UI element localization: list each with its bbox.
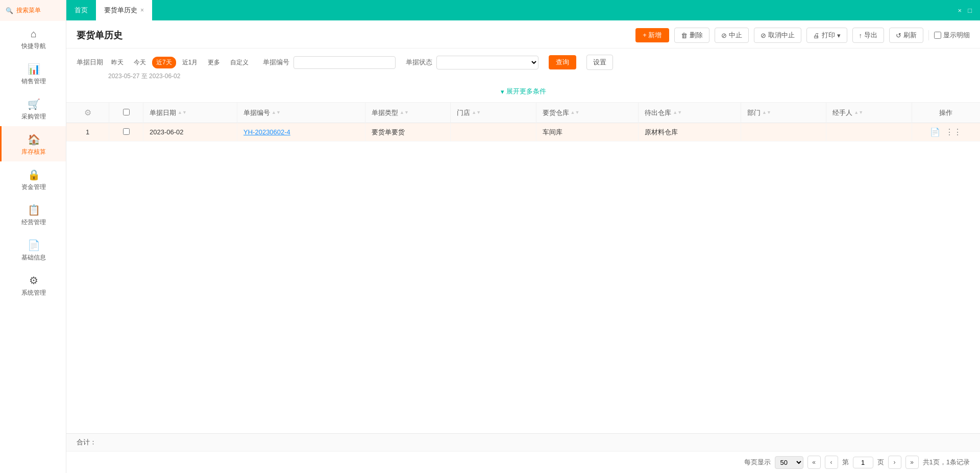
search-button[interactable]: 查询 (549, 55, 576, 69)
cell-dept (741, 123, 826, 141)
toolbar-divider (928, 30, 929, 40)
date-more[interactable]: 更多 (204, 57, 224, 68)
date-sort-icon[interactable]: ▲▼ (178, 110, 187, 115)
delete-label: 删除 (690, 31, 703, 40)
th-store: 门店 ▲▼ (451, 103, 536, 123)
row-checkbox[interactable] (123, 128, 130, 135)
display-detail-toggle[interactable]: 显示明细 (934, 31, 970, 40)
stop-button[interactable]: ⊘ 中止 (715, 28, 749, 43)
dept-sort-icon[interactable]: ▲▼ (762, 110, 771, 115)
export-label: 导出 (864, 31, 877, 40)
page-input[interactable] (853, 457, 873, 468)
store-sort-icon[interactable]: ▲▼ (472, 110, 481, 115)
table-header-row: ⚙ 单据日期 ▲▼ 单据编号 (66, 103, 980, 123)
page-prev-btn[interactable]: ‹ (825, 456, 838, 469)
table-settings-icon[interactable]: ⚙ (84, 108, 91, 117)
num-sort-icon[interactable]: ▲▼ (272, 110, 281, 115)
page-title: 要货单历史 (77, 29, 122, 41)
purchase-icon: 🛒 (28, 98, 40, 110)
date-today[interactable]: 今天 (130, 57, 150, 68)
th-date: 单据日期 ▲▼ (143, 103, 237, 123)
sidebar-label-quick-nav: 快捷导航 (21, 42, 46, 51)
export-icon: ↑ (859, 32, 863, 39)
sidebar-item-finance[interactable]: 🔒 资金管理 (0, 161, 66, 197)
page-size-select[interactable]: 50 20 100 200 (775, 456, 803, 469)
cancel-stop-icon: ⊘ (761, 32, 766, 39)
th-store-label: 门店 (457, 108, 470, 117)
row-view-btn[interactable]: 📄 (928, 127, 942, 137)
page-first-btn[interactable]: « (807, 456, 821, 469)
sidebar-item-basic[interactable]: 📄 基础信息 (0, 232, 66, 267)
filter-area: 单据日期 昨天 今天 近7天 近1月 更多 自定义 单据编号 单据状态 (66, 49, 980, 103)
tab-history[interactable]: 要货单历史 × (96, 0, 152, 20)
finance-icon: 🔒 (28, 169, 40, 181)
th-dept: 部门 ▲▼ (741, 103, 826, 123)
page-last-btn[interactable]: » (905, 456, 919, 469)
cell-req-wh: 车间库 (536, 123, 639, 141)
print-button[interactable]: 🖨 打印 ▾ (806, 28, 847, 43)
filter-row-2: ▾ 展开更多条件 (77, 85, 970, 98)
tab-close-icon[interactable]: × (140, 7, 144, 14)
th-dept-label: 部门 (747, 108, 761, 117)
date-label: 单据日期 (77, 58, 103, 67)
cell-num: YH-20230602-4 (237, 123, 365, 141)
pend-wh-sort-icon[interactable]: ▲▼ (673, 110, 682, 115)
cancel-stop-label: 取消中止 (768, 31, 795, 40)
data-table: ⚙ 单据日期 ▲▼ 单据编号 (66, 103, 980, 141)
cell-handler (826, 123, 912, 141)
top-bar: 首页 要货单历史 × × □ (66, 0, 980, 20)
date-week7[interactable]: 近7天 (152, 57, 176, 68)
export-button[interactable]: ↑ 导出 (852, 28, 885, 43)
date-yesterday[interactable]: 昨天 (107, 57, 128, 68)
tab-home[interactable]: 首页 (66, 0, 96, 20)
date-shortcuts: 昨天 今天 近7天 近1月 更多 自定义 (107, 57, 253, 68)
delete-button[interactable]: 🗑 删除 (674, 28, 709, 43)
toolbar: + 新增 🗑 删除 ⊘ 中止 ⊘ 取消中止 🖨 打印 ▾ (635, 28, 970, 43)
doc-num-link[interactable]: YH-20230602-4 (243, 128, 290, 136)
sidebar-item-inventory[interactable]: 🏠 库存核算 (0, 126, 66, 161)
status-label: 单据状态 (406, 58, 432, 67)
filter-docno-group: 单据编号 (263, 56, 396, 69)
docno-label: 单据编号 (263, 58, 289, 67)
window-maximize-icon[interactable]: □ (968, 7, 972, 14)
sidebar-item-operation[interactable]: 📋 经营管理 (0, 197, 66, 232)
req-wh-sort-icon[interactable]: ▲▼ (571, 110, 580, 115)
window-close-icon[interactable]: × (958, 7, 962, 14)
print-dropdown-icon: ▾ (837, 32, 841, 39)
expand-icon: ▾ (501, 88, 504, 96)
sidebar-label-sales: 销售管理 (21, 77, 46, 86)
date-custom[interactable]: 自定义 (226, 57, 253, 68)
sidebar-item-quick-nav[interactable]: ⌂ 快捷导航 (0, 21, 66, 56)
sidebar-label-system: 系统管理 (21, 289, 46, 297)
sidebar-search[interactable]: 🔍 搜索菜单 (0, 0, 66, 21)
select-all-checkbox[interactable] (123, 109, 130, 115)
type-sort-icon[interactable]: ▲▼ (400, 110, 409, 115)
stop-icon: ⊘ (721, 32, 727, 39)
refresh-button[interactable]: ↺ 刷新 (889, 28, 923, 43)
cancel-stop-button[interactable]: ⊘ 取消中止 (754, 28, 801, 43)
docno-input[interactable] (293, 56, 396, 69)
top-bar-right: × □ (958, 7, 980, 14)
display-detail-checkbox[interactable] (934, 32, 941, 39)
expand-more-btn[interactable]: ▾ 展开更多条件 (501, 85, 546, 98)
cell-check (109, 123, 143, 141)
new-button[interactable]: + 新增 (635, 28, 669, 42)
date-month1[interactable]: 近1月 (178, 57, 202, 68)
search-icon: 🔍 (6, 7, 13, 14)
row-edit-btn[interactable]: ⋮⋮ (944, 127, 963, 137)
pagination: 每页显示 50 20 100 200 « ‹ 第 页 › » 共1页，1条记录 (66, 451, 980, 473)
sidebar-item-system[interactable]: ⚙ 系统管理 (0, 267, 66, 302)
table-row[interactable]: 1 2023-06-02 YH-20230602-4 要货单要货 车间库 原材料… (66, 123, 980, 141)
status-select[interactable] (436, 56, 538, 69)
summary-label: 合计： (77, 438, 96, 447)
sidebar-item-sales[interactable]: 📊 销售管理 (0, 56, 66, 91)
handler-sort-icon[interactable]: ▲▼ (854, 110, 863, 115)
th-ops: 操作 (912, 103, 980, 123)
page-next-btn[interactable]: › (888, 456, 901, 469)
sidebar-item-purchase[interactable]: 🛒 采购管理 (0, 91, 66, 126)
sidebar-label-finance: 资金管理 (21, 183, 46, 192)
page-label-after: 页 (877, 458, 884, 467)
settings-button[interactable]: 设置 (586, 55, 613, 70)
operation-icon: 📋 (28, 204, 40, 216)
cell-ops: 📄 ⋮⋮ (912, 123, 980, 141)
